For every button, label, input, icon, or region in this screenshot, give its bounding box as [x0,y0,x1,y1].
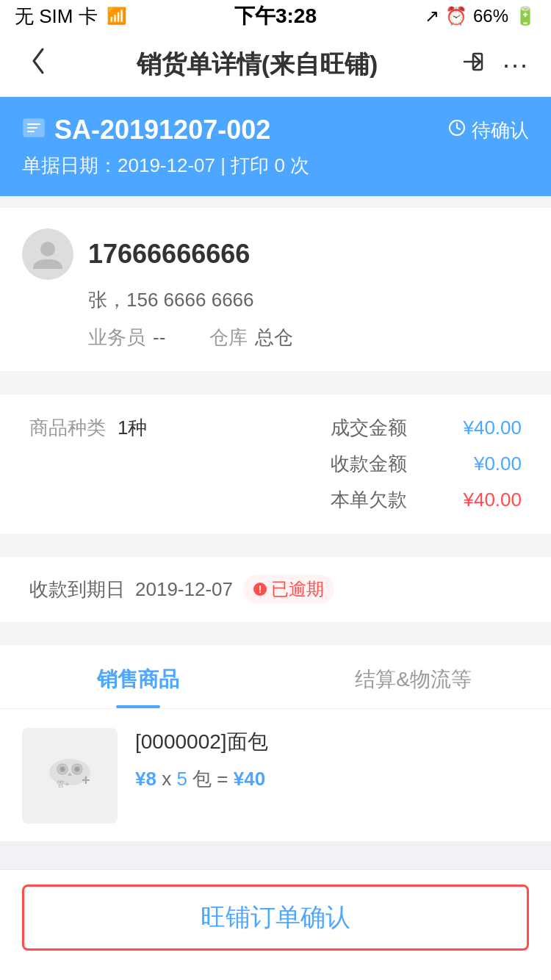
nav-actions: ··· [460,49,529,80]
overdue-exclaim: ! [253,583,267,596]
svg-point-9 [61,768,64,771]
confirm-order-button[interactable]: 旺铺订单确认 [22,884,529,951]
order-id: SA-20191207-002 [22,115,270,145]
tab-settlement-logistics[interactable]: 结算&物流等 [276,645,551,708]
battery-text: 66% [473,6,508,26]
summary-right: 成交金额 ¥40.00 收款金额 ¥0.00 本单欠款 ¥40.00 [331,415,522,513]
transaction-label: 成交金额 [331,415,407,441]
order-header-top: SA-20191207-002 待确认 [22,115,529,145]
total-price: ¥40 [234,768,265,790]
status-bar: 无 SIM 卡 📶 下午3:28 ↗ ⏰ 66% 🔋 [0,0,551,32]
status-time: 下午3:28 [234,2,317,30]
order-date: 单据日期：2019-12-07 | 打印 0 次 [22,153,529,179]
customer-top: 17666666666 [22,228,529,280]
order-status: 待确认 [448,118,529,143]
alarm-icon: ⏰ [445,6,467,26]
summary-card: 商品种类 1种 成交金额 ¥40.00 收款金额 ¥0.00 本单欠款 ¥40.… [0,394,551,533]
due-date-value: 2019-12-07 [135,578,233,601]
product-type-label: 商品种类 [29,415,106,441]
received-value: ¥0.00 [474,453,522,475]
svg-text:管+: 管+ [57,779,69,788]
unit-price: ¥8 [135,768,156,790]
status-right: ↗ ⏰ 66% 🔋 [425,6,536,26]
tabs-card: 销售商品 结算&物流等 + [0,645,551,841]
transaction-amount-row: 成交金额 ¥40.00 [331,415,522,441]
avatar [22,228,73,280]
order-header: SA-20191207-002 待确认 单据日期：2019-12-07 | 打印… [0,97,551,196]
divider-2 [0,533,551,545]
bottom-bar: 旺铺订单确认 [0,869,551,980]
divider-1 [0,371,551,383]
transaction-value: ¥40.00 [463,417,522,439]
customer-card: 17666666666 张，156 6666 6666 业务员 -- 仓库 总仓 [0,208,551,371]
salesperson-label: 业务员 [88,325,145,350]
customer-sub: 张，156 6666 6666 [88,287,529,313]
product-thumbnail: + 管+ [22,728,118,824]
warehouse-field: 仓库 总仓 [209,325,293,350]
owed-amount-row: 本单欠款 ¥40.00 [331,487,522,513]
battery-icon: 🔋 [514,6,536,26]
tab-sales-products[interactable]: 销售商品 [0,645,276,708]
carrier-text: 无 SIM 卡 [15,4,98,29]
product-logo: + 管+ [40,750,99,801]
warehouse-label: 仓库 [209,325,248,350]
order-icon [22,117,46,144]
svg-point-3 [40,242,55,256]
product-info: [0000002]面包 ¥8 x 5 包 = ¥40 [135,728,529,824]
product-type-field: 商品种类 1种 [29,415,147,441]
owed-value: ¥40.00 [463,489,522,511]
owed-label: 本单欠款 [331,487,407,513]
equals-sign: = [217,768,233,790]
overdue-text: 已逾期 [271,577,324,601]
due-card: 收款到期日 2019-12-07 ! 已逾期 [0,557,551,621]
wifi-icon: 📶 [107,7,126,26]
multiply-sign: x [162,768,176,790]
customer-phone: 17666666666 [88,239,250,270]
nav-bar: 销货单详情(来自旺铺) ··· [0,32,551,97]
tabs: 销售商品 结算&物流等 [0,645,551,709]
salesperson-field: 业务员 -- [88,325,165,350]
more-icon[interactable]: ··· [503,49,529,80]
customer-meta: 业务员 -- 仓库 总仓 [88,325,529,350]
product-type-value: 1种 [118,415,147,441]
summary-left: 商品种类 1种 [29,415,147,441]
share-icon[interactable] [460,49,485,79]
product-name: [0000002]面包 [135,728,529,756]
product-item: + 管+ [0000002]面包 ¥8 x 5 包 = ¥40 [0,710,551,841]
location-icon: ↗ [425,6,439,26]
due-date-label: 收款到期日 [29,577,125,602]
status-carrier: 无 SIM 卡 📶 [15,4,126,29]
received-label: 收款金额 [331,451,407,477]
received-amount-row: 收款金额 ¥0.00 [331,451,522,477]
overdue-badge: ! 已逾期 [243,574,334,604]
back-button[interactable] [22,39,54,90]
divider-3 [0,621,551,633]
quantity: 5 [176,768,187,790]
svg-point-10 [76,768,79,771]
svg-text:+: + [82,772,90,788]
warehouse-value: 总仓 [255,325,293,350]
clock-icon [448,119,466,142]
salesperson-value: -- [153,326,165,349]
page-title: 销货单详情(来自旺铺) [137,48,378,82]
product-price-formula: ¥8 x 5 包 = ¥40 [135,766,529,792]
